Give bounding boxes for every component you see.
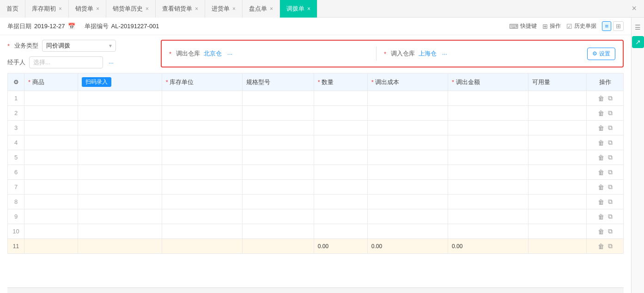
copy-icon-1[interactable]: ⧉ [608,94,613,102]
unit-cell-7[interactable] [78,180,162,195]
biz-type-select[interactable]: 同价调拨 ▾ [42,40,116,52]
qty-cell-6[interactable] [242,165,314,180]
cost-cell-3[interactable] [314,121,367,135]
amount-cell-6[interactable] [367,165,448,180]
delete-icon-5[interactable]: 🗑 [598,154,604,161]
spec-cell-10[interactable] [162,224,242,239]
product-cell-3[interactable] [24,121,78,135]
sidebar-export-icon[interactable]: ↗ [632,36,644,48]
product-cell-2[interactable] [24,106,78,121]
delete-icon-8[interactable]: 🗑 [598,198,604,206]
warehouse-out-more-button[interactable]: ··· [227,50,232,57]
unit-cell-9[interactable] [78,209,162,224]
actions-button[interactable]: ⊞ 操作 [542,22,561,30]
settings-button[interactable]: ⚙ 设置 [587,48,615,60]
amount-cell-9[interactable] [367,209,448,224]
operator-select[interactable]: 选择... [29,56,103,68]
tab-close-inventory-check[interactable]: × [270,6,273,12]
tab-close-purchase[interactable]: × [232,6,236,12]
available-cell-5[interactable] [448,150,529,165]
grid-view-icon[interactable]: ⊞ [613,21,624,31]
qty-cell-2[interactable] [242,106,314,121]
qty-cell-10[interactable] [242,224,314,239]
close-panel-button[interactable]: × [628,4,640,13]
product-cell-5[interactable] [24,150,78,165]
product-cell-8[interactable] [24,195,78,209]
copy-icon-2[interactable]: ⧉ [608,109,613,117]
copy-icon-9[interactable]: ⧉ [608,213,613,220]
available-cell-7[interactable] [448,180,529,195]
spec-cell-9[interactable] [162,209,242,224]
cost-cell-6[interactable] [314,165,367,180]
unit-cell-3[interactable] [78,121,162,135]
unit-cell-1[interactable] [78,91,162,106]
scan-input-button[interactable]: 扫码录入 [82,77,111,87]
tab-close-transfer[interactable]: × [307,6,310,12]
available-cell-9[interactable] [448,209,529,224]
calendar-icon[interactable]: 📅 [68,23,75,30]
unit-cell-2[interactable] [78,106,162,121]
spec-cell-8[interactable] [162,195,242,209]
unit-cell-10[interactable] [78,224,162,239]
product-cell-6[interactable] [24,165,78,180]
available-cell-3[interactable] [448,121,529,135]
qty-cell-9[interactable] [242,209,314,224]
spec-cell-2[interactable] [162,106,242,121]
cost-cell-7[interactable] [314,180,367,195]
tab-view-sales[interactable]: 查看销货单 × [156,0,205,18]
unit-cell-4[interactable] [78,135,162,150]
tab-sales-order[interactable]: 销货单 × [69,0,106,18]
amount-cell-3[interactable] [367,121,448,135]
qty-cell-4[interactable] [242,135,314,150]
product-cell-9[interactable] [24,209,78,224]
qty-cell-1[interactable] [242,91,314,106]
qty-cell-7[interactable] [242,180,314,195]
unit-cell-5[interactable] [78,150,162,165]
product-cell-7[interactable] [24,180,78,195]
tab-purchase[interactable]: 进货单 × [205,0,243,18]
unit-cell-8[interactable] [78,195,162,209]
available-cell-1[interactable] [448,91,529,106]
cost-cell-1[interactable] [314,91,367,106]
product-cell-1[interactable] [24,91,78,106]
tab-close-inventory-init[interactable]: × [59,6,62,12]
delete-icon-7[interactable]: 🗑 [598,183,604,191]
tab-close-sales-order[interactable]: × [96,6,99,12]
copy-icon-8[interactable]: ⧉ [608,198,613,206]
amount-cell-7[interactable] [367,180,448,195]
tab-close-sales-history[interactable]: × [146,6,149,12]
delete-icon-9[interactable]: 🗑 [598,213,604,220]
warehouse-in-more-button[interactable]: ··· [442,50,447,57]
qty-cell-5[interactable] [242,150,314,165]
copy-icon-3[interactable]: ⧉ [608,124,613,132]
unit-cell-6[interactable] [78,165,162,180]
delete-icon-2[interactable]: 🗑 [598,110,604,117]
col-settings[interactable]: ⚙ [8,73,24,91]
tab-home[interactable]: 首页 [0,0,25,18]
history-button[interactable]: ☑ 历史单据 [566,22,596,30]
copy-icon-7[interactable]: ⧉ [608,183,613,191]
copy-icon-6[interactable]: ⧉ [608,168,613,176]
spec-cell-4[interactable] [162,135,242,150]
delete-icon-3[interactable]: 🗑 [598,124,604,132]
tab-transfer[interactable]: 调拨单 × [280,0,317,18]
cost-cell-5[interactable] [314,150,367,165]
spec-cell-7[interactable] [162,180,242,195]
tab-inventory-init[interactable]: 库存期初 × [25,0,69,18]
amount-cell-10[interactable] [367,224,448,239]
cost-cell-9[interactable] [314,209,367,224]
available-cell-4[interactable] [448,135,529,150]
cost-cell-8[interactable] [314,195,367,209]
tab-sales-history[interactable]: 销货单历史 × [106,0,156,18]
delete-icon-1[interactable]: 🗑 [598,95,604,102]
product-cell-10[interactable] [24,224,78,239]
available-cell-6[interactable] [448,165,529,180]
amount-cell-4[interactable] [367,135,448,150]
amount-cell-8[interactable] [367,195,448,209]
copy-icon-5[interactable]: ⧉ [608,153,613,161]
delete-icon-4[interactable]: 🗑 [598,139,604,146]
amount-cell-5[interactable] [367,150,448,165]
available-cell-2[interactable] [448,106,529,121]
copy-icon-11[interactable]: ⧉ [608,242,613,250]
shortcuts-button[interactable]: ⌨ 快捷键 [509,22,537,30]
